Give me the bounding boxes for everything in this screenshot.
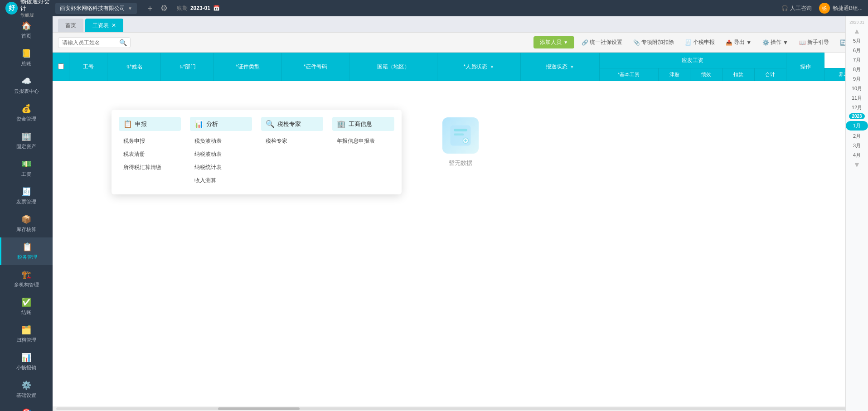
sidebar-item-archive[interactable]: 🗂️ 归档管理 [0, 320, 53, 348]
empty-text: 暂无数据 [449, 159, 472, 167]
timeline-month-1[interactable]: 1月 [846, 121, 868, 131]
app-sub: 旗舰版 [20, 12, 55, 19]
xiaochang-icon: 📊 [21, 353, 31, 363]
tax-icon: 📋 [22, 242, 32, 252]
timeline-month-4[interactable]: 4月 [846, 150, 868, 160]
scrollbar-thumb[interactable] [218, 407, 300, 410]
timeline-month-6[interactable]: 6月 [846, 46, 868, 55]
menu-tax-wave2[interactable]: 纳税波动表 [190, 148, 252, 161]
filter-icon-submit[interactable]: ▼ [570, 64, 574, 69]
archive-icon: 🗂️ [21, 325, 31, 335]
fund-icon: 💰 [21, 104, 31, 114]
timeline-month-10[interactable]: 10月 [846, 84, 868, 93]
user-avatar: 畅 [819, 3, 830, 14]
sidebar-item-settle[interactable]: ✅ 结账 [0, 293, 53, 320]
th-total: 合计 [754, 68, 786, 81]
menu-tax-check[interactable]: 税检专家 [261, 135, 323, 148]
th-deduct: 扣款 [722, 68, 754, 81]
timeline-month-12[interactable]: 12月 [846, 103, 868, 112]
menu-income-calc[interactable]: 收入测算 [190, 174, 252, 187]
timeline-month-5[interactable]: 5月 [846, 36, 868, 46]
timeline-month-8[interactable]: 8月 [846, 65, 868, 74]
period-info: 账期 2023-01 📅 [177, 5, 220, 12]
timeline-month-9[interactable]: 9月 [846, 74, 868, 84]
top-bar-right: 🎧 人工咨询 畅 畅捷通B组... [781, 3, 863, 14]
tax-return-button[interactable]: 🧾 个税申报 [681, 37, 718, 48]
company-selector[interactable]: 西安虾米网络科技有限公司 ▼ [55, 3, 137, 14]
special-deduct-button[interactable]: 📎 专项附加扣除 [630, 37, 678, 48]
sidebar-item-fund[interactable]: 💰 资金管理 [0, 99, 53, 127]
th-performance: 绩效 [690, 68, 723, 81]
main-layout: 🏠 首页 📒 总账 ☁️ 云报表中心 💰 资金管理 🏢 固定资产 💵 工资 🧾 … [0, 16, 868, 411]
settings-sidebar-icon: ⚙️ [21, 380, 31, 390]
th-name: ⇅*姓名 [107, 53, 161, 81]
horizontal-scrollbar[interactable] [53, 406, 868, 411]
sidebar-item-tax[interactable]: 📋 税务管理 [0, 237, 53, 265]
select-all-checkbox[interactable] [58, 63, 64, 69]
sidebar-item-invoice[interactable]: 🧾 发票管理 [0, 182, 53, 210]
tab-salary-sheet[interactable]: 工资表 ✕ [85, 19, 123, 32]
sidebar-item-xiaochang[interactable]: 📊 小畅报销 [0, 348, 53, 376]
dropdown-section-tax-expert: 🔍 税检专家 税检专家 [261, 117, 323, 187]
logo-icon: 好 [5, 2, 18, 15]
sidebar-item-settings[interactable]: ⚙️ 基础设置 [0, 376, 53, 403]
add-icon[interactable]: ＋ [146, 3, 154, 14]
menu-tax-wave[interactable]: 税负波动表 [190, 135, 252, 148]
data-table: 工号 ⇅*姓名 ⇅*部门 *证件类型 *证件号码 国籍（地区） *人员状态 ▼ [53, 53, 868, 81]
sidebar-item-ledger[interactable]: 📒 总账 [0, 44, 53, 72]
menu-annual-report[interactable]: 年报信息申报表 [332, 135, 394, 148]
tax-expert-section-icon: 🔍 [266, 120, 275, 128]
sidebar-item-multi[interactable]: 🏗️ 多机构管理 [0, 265, 53, 293]
sidebar-item-salary[interactable]: 💵 工资 [0, 155, 53, 182]
multi-icon: 🏗️ [21, 270, 31, 280]
tax-return-icon: 🧾 [685, 39, 692, 46]
filter-icon-status[interactable]: ▼ [490, 64, 494, 69]
section-header-tax-expert: 🔍 税检专家 [261, 117, 323, 131]
sidebar-item-cloud[interactable]: ☁️ 云报表中心 [0, 72, 53, 99]
calendar-icon[interactable]: 📅 [213, 5, 220, 11]
menu-tax-table[interactable]: 税表清册 [119, 148, 181, 161]
sidebar: 🏠 首页 📒 总账 ☁️ 云报表中心 💰 资金管理 🏢 固定资产 💵 工资 🧾 … [0, 16, 53, 411]
export-button[interactable]: 📤 导出 ▼ [722, 37, 755, 48]
menu-income-tax[interactable]: 所得税汇算清缴 [119, 161, 181, 174]
add-person-button[interactable]: 添加人员 ▼ [533, 36, 574, 48]
settings-icon[interactable]: ⚙ [160, 3, 168, 13]
guide-toolbar-icon: 📖 [799, 39, 806, 46]
operations-button[interactable]: ⚙️ 操作 ▼ [759, 37, 792, 48]
sort-icon-dept: ⇅ [179, 64, 183, 69]
menu-tax-stats[interactable]: 纳税统计表 [190, 161, 252, 174]
timeline-up-icon[interactable]: ▲ [853, 26, 861, 36]
tab-home[interactable]: 首页 [58, 19, 83, 32]
home-icon: 🏠 [21, 21, 31, 31]
search-icon: 🔍 [119, 39, 127, 46]
salary-icon: 💵 [21, 159, 31, 169]
timeline-month-11[interactable]: 11月 [846, 93, 868, 103]
sidebar-item-assets[interactable]: 🏢 固定资产 [0, 127, 53, 155]
timeline-panel: 2023.01 ▲ 5月 6月 7月 8月 9月 10月 11月 12月 202… [845, 16, 868, 411]
timeline-month-3[interactable]: 3月 [846, 141, 868, 150]
guide-icon: 🎯 [21, 408, 31, 411]
timeline-year-2023: 2023 [849, 113, 864, 119]
sidebar-item-guide[interactable]: 🎯 新手引导 [0, 403, 53, 411]
th-id-number: *证件号码 [281, 53, 349, 81]
guide-button[interactable]: 📖 新手引导 [795, 37, 833, 48]
business-section-icon: 🏢 [337, 120, 346, 128]
th-base-salary: *基本工资 [599, 68, 658, 81]
tab-close-icon[interactable]: ✕ [112, 22, 116, 29]
invoice-icon: 🧾 [21, 187, 31, 197]
timeline-month-2[interactable]: 2月 [846, 131, 868, 141]
sidebar-item-inventory[interactable]: 📦 库存核算 [0, 210, 53, 237]
menu-tax-filing[interactable]: 税务申报 [119, 135, 181, 148]
social-security-button[interactable]: 🔗 统一社保设置 [578, 37, 626, 48]
app-logo: 好 畅捷通好会计 旗舰版 [5, 0, 55, 19]
ops-icon: ⚙️ [762, 39, 769, 46]
dropdown-section-declaration: 📋 申报 税务申报 税表清册 所得税汇算清缴 [119, 117, 181, 187]
ops-arrow-icon: ▼ [783, 39, 788, 46]
timeline-month-7[interactable]: 7月 [846, 55, 868, 65]
search-wrapper: 🔍 [58, 37, 131, 48]
period-value: 2023-01 [190, 5, 210, 11]
timeline-down-icon[interactable]: ▼ [853, 160, 861, 170]
sidebar-item-home[interactable]: 🏠 首页 [0, 16, 53, 44]
user-info[interactable]: 畅 畅捷通B组... [819, 3, 863, 14]
service-button[interactable]: 🎧 人工咨询 [781, 5, 812, 12]
